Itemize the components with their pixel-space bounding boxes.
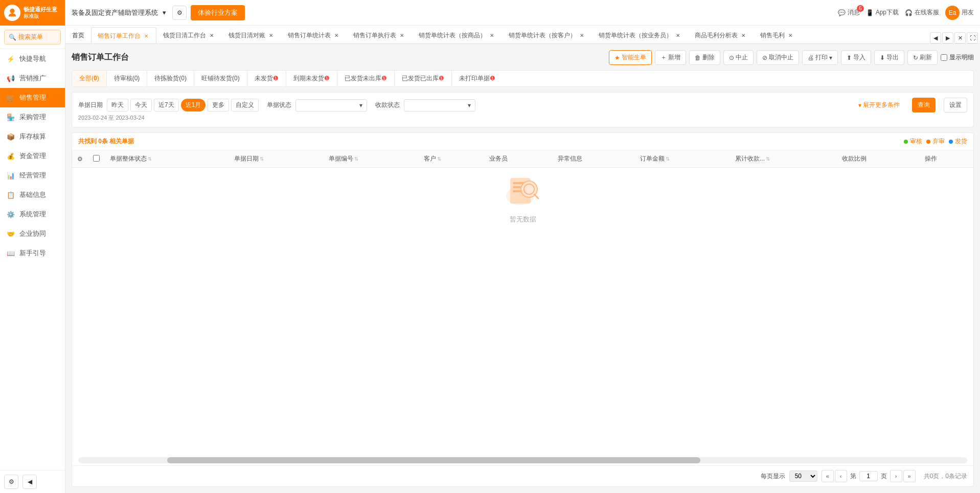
date-opt-custom[interactable]: 自定义 xyxy=(231,99,259,111)
search-menu-button[interactable]: 🔍 搜索菜单 xyxy=(4,30,61,44)
filter-tab-not-printed[interactable]: 未打印单据❶ xyxy=(452,71,503,86)
settings-filter-btn[interactable]: 设置 xyxy=(944,98,967,113)
expand-filter-btn[interactable]: ▾ 展开更多条件 xyxy=(858,101,900,109)
online-service-btn[interactable]: 🎧 在线客服 xyxy=(905,8,939,17)
filter-tab-shipped-not-out[interactable]: 已发货未出库❶ xyxy=(337,71,395,86)
col-customer-sort[interactable]: 客户 ⇅ xyxy=(424,154,479,163)
page-next-btn[interactable]: › xyxy=(890,470,902,482)
per-page-select[interactable]: 50 100 200 xyxy=(789,470,817,482)
tab-close-icon[interactable]: ✕ xyxy=(398,32,405,39)
tab-close-icon[interactable]: ✕ xyxy=(333,32,340,39)
import-button[interactable]: ⬆ 导入 xyxy=(841,50,871,65)
date-opt-1month[interactable]: 近1月 xyxy=(181,99,206,111)
tab-home[interactable]: 首页 xyxy=(65,27,91,43)
page-first-btn[interactable]: « xyxy=(822,470,834,482)
cancel-stop-button[interactable]: ⊘ 取消中止 xyxy=(757,50,799,65)
tab-sales-stats[interactable]: 销售订单统计表 ✕ xyxy=(281,27,347,43)
tab-maximize-btn[interactable]: ⛶ xyxy=(967,32,978,43)
tab-sales-profit[interactable]: 销售毛利 ✕ xyxy=(754,27,801,43)
tab-salesperson-stats[interactable]: 销货单统计表（按业务员） ✕ xyxy=(592,27,688,43)
tab-close-icon[interactable]: ✕ xyxy=(740,32,747,39)
filter-tab-pending-audit[interactable]: 待审核(0) xyxy=(107,71,148,86)
col-amount-sort[interactable]: 订单金额 ⇅ xyxy=(640,154,725,163)
export-button[interactable]: ⬇ 导出 xyxy=(874,50,904,65)
search-icon: 🔍 xyxy=(9,34,16,41)
sidebar-item-inventory[interactable]: 📦 库存核算 xyxy=(0,127,65,146)
sidebar-item-sales[interactable]: 🛒 销售管理 xyxy=(0,88,65,107)
tab-close-icon[interactable]: ✕ xyxy=(208,32,215,39)
settings-button[interactable]: ⚙ xyxy=(4,475,18,489)
ship-btn[interactable]: 发货 xyxy=(949,137,967,146)
user-menu-btn[interactable]: Ea 用友 xyxy=(945,6,974,20)
tab-close-icon[interactable]: ✕ xyxy=(267,32,275,39)
filter-tab-overdue-ship[interactable]: 到期未发货❶ xyxy=(286,71,337,86)
filter-tab-all[interactable]: 全部(0) xyxy=(72,71,107,86)
col-settings[interactable]: ⚙ xyxy=(72,150,88,168)
add-button[interactable]: ＋ 新增 xyxy=(655,50,686,65)
tab-sales-exec[interactable]: 销售订单执行表 ✕ xyxy=(347,27,412,43)
sidebar-item-enterprise[interactable]: 🤝 企业协同 xyxy=(0,224,65,243)
col-date-sort[interactable]: 单据日期 ⇅ xyxy=(234,154,319,163)
payment-select[interactable]: ▾ xyxy=(404,99,475,111)
app-download-btn[interactable]: 📱 App下载 xyxy=(866,8,899,17)
page-last-btn[interactable]: » xyxy=(903,470,916,482)
query-button[interactable]: 查询 xyxy=(912,98,936,113)
topbar-settings-btn[interactable]: ⚙ xyxy=(172,6,187,20)
sidebar-item-system[interactable]: ⚙️ 系统管理 xyxy=(0,205,65,224)
tab-reconciliation[interactable]: 钱货日清对账 ✕ xyxy=(222,27,281,43)
page-number-input[interactable] xyxy=(859,471,878,481)
tab-scroll-right-btn[interactable]: ▶ xyxy=(942,32,953,43)
tab-sales-workbench[interactable]: 销售订单工作台 ✕ xyxy=(91,27,156,44)
smart-create-button[interactable]: ★ 智能生单 xyxy=(609,50,652,65)
filter-tab-pending-check[interactable]: 待拣验货(0) xyxy=(147,71,194,86)
status-select[interactable]: ▾ xyxy=(295,99,367,111)
tab-cash-daily[interactable]: 钱货日清工作台 ✕ xyxy=(156,27,222,43)
filter-tab-not-shipped[interactable]: 未发货❶ xyxy=(247,71,286,86)
show-detail-checkbox[interactable]: 显示明细 xyxy=(941,53,974,62)
sidebar-item-marketing[interactable]: 📢 营销推广 xyxy=(0,69,65,88)
date-opt-more[interactable]: 更多 xyxy=(208,99,229,111)
col-customer: 客户 ⇅ xyxy=(419,150,484,168)
message-btn[interactable]: 💬 消息 6 xyxy=(838,8,860,17)
horizontal-scrollbar[interactable] xyxy=(78,457,967,463)
show-detail-input[interactable] xyxy=(941,54,947,61)
tab-scroll-left-btn[interactable]: ◀ xyxy=(930,32,941,43)
tab-gross-margin[interactable]: 商品毛利分析表 ✕ xyxy=(688,27,754,43)
page-prev-btn[interactable]: ‹ xyxy=(835,470,847,482)
select-all-checkbox[interactable] xyxy=(93,155,100,162)
industry-btn[interactable]: 体验行业方案 xyxy=(191,5,245,20)
filter-tab-shipped-out[interactable]: 已发货已出库❶ xyxy=(395,71,452,86)
tab-close-icon[interactable]: ✕ xyxy=(143,32,150,39)
filter-tab-wangpu-ship[interactable]: 旺铺待发货(0) xyxy=(194,71,247,86)
tab-close-icon[interactable]: ✕ xyxy=(578,32,585,39)
sidebar-item-operation[interactable]: 📊 经营管理 xyxy=(0,166,65,185)
date-opt-yesterday[interactable]: 昨天 xyxy=(107,99,128,111)
tab-close-icon[interactable]: ✕ xyxy=(787,32,794,39)
system-dropdown-icon[interactable]: ▾ xyxy=(160,9,168,17)
tab-customer-stats[interactable]: 销货单统计表（按客户） ✕ xyxy=(502,27,592,43)
audit-btn[interactable]: 审核 xyxy=(904,137,922,146)
scroll-thumb[interactable] xyxy=(167,457,700,463)
print-button[interactable]: 🖨 打印 ▾ xyxy=(802,50,838,65)
cancel-audit-btn[interactable]: 弃审 xyxy=(926,137,945,146)
delete-button[interactable]: 🗑 删除 xyxy=(689,50,720,65)
stop-button[interactable]: ⊙ 中止 xyxy=(723,50,754,65)
sidebar-item-basic[interactable]: 📋 基础信息 xyxy=(0,185,65,205)
date-opt-today[interactable]: 今天 xyxy=(130,99,152,111)
tab-close-all-btn[interactable]: ✕ xyxy=(954,32,966,43)
date-opt-7days[interactable]: 近7天 xyxy=(154,99,179,111)
sidebar-item-purchase[interactable]: 🏪 采购管理 xyxy=(0,107,65,127)
sidebar-item-navigation[interactable]: ⚡ 快捷导航 xyxy=(0,49,65,69)
sidebar-item-guide[interactable]: 📖 新手引导 xyxy=(0,243,65,263)
col-collected-sort[interactable]: 累计收款... ⇅ xyxy=(735,154,832,163)
refresh-button[interactable]: ↻ 刷新 xyxy=(907,50,938,65)
col-checkbox[interactable] xyxy=(88,150,105,168)
col-status-sort[interactable]: 单据整体状态 ⇅ xyxy=(110,154,224,163)
collapse-button[interactable]: ◀ xyxy=(22,475,37,489)
payment-filter-field: 收款状态 ▾ xyxy=(375,99,475,111)
tab-close-icon[interactable]: ✕ xyxy=(488,32,495,39)
sidebar-item-finance[interactable]: 💰 资金管理 xyxy=(0,146,65,166)
tab-goods-stats[interactable]: 销货单统计表（按商品） ✕ xyxy=(412,27,502,43)
col-number-sort[interactable]: 单据编号 ⇅ xyxy=(329,154,414,163)
tab-close-icon[interactable]: ✕ xyxy=(674,32,681,39)
